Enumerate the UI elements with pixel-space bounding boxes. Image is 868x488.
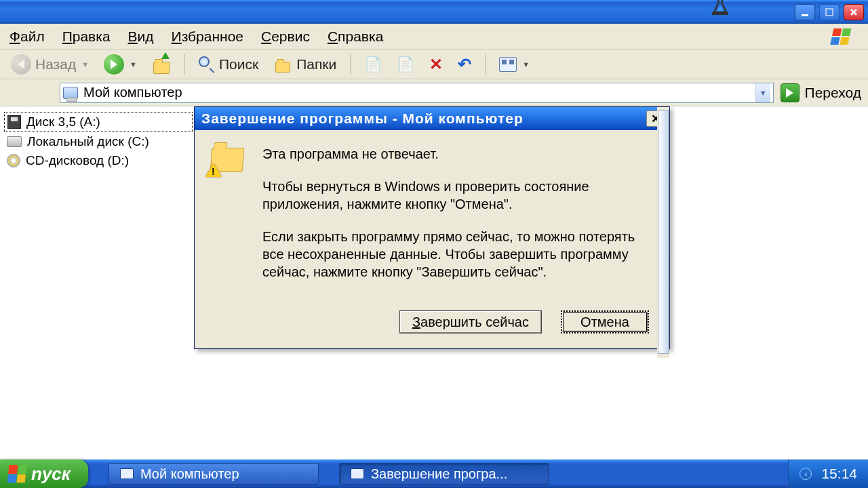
forward-button[interactable]: ▼ <box>100 53 141 76</box>
address-bar: Мой компьютер ▼ Переход <box>0 79 868 106</box>
start-label: пуск <box>31 464 71 485</box>
chevron-down-icon: ▼ <box>81 60 89 68</box>
folders-icon <box>273 56 292 73</box>
taskbar-item-label: Завершение програ... <box>371 466 507 482</box>
tree-item-local-disk[interactable]: Локальный диск (C:) <box>4 132 193 151</box>
taskbar-item-my-computer[interactable]: Мой компьютер <box>108 463 319 485</box>
folder-tree: Диск 3,5 (A:) Локальный диск (C:) CD-дис… <box>0 106 197 459</box>
floppy-icon <box>7 115 21 129</box>
toolbar: Назад ▼ ▼ Поиск Папки 📄 📄 ✕ ↶ ▼ <box>0 49 868 79</box>
menu-file[interactable]: Файл <box>9 28 45 45</box>
tree-item-label: CD-дисковод (D:) <box>26 151 129 170</box>
menu-edit[interactable]: Правка <box>62 28 111 45</box>
svg-rect-1 <box>712 12 728 15</box>
toolbar-separator <box>350 54 351 75</box>
chevron-down-icon: ▼ <box>522 60 530 68</box>
folders-label: Папки <box>296 56 336 73</box>
menu-tools[interactable]: Сервис <box>261 28 310 45</box>
dialog-warning-icon <box>211 145 246 296</box>
delete-button[interactable]: ✕ <box>425 53 447 76</box>
dialog-titlebar[interactable]: Завершение программы - Мой компьютер ✕ <box>195 107 669 130</box>
end-now-button[interactable]: Завершить сейчас <box>399 310 542 333</box>
window-icon <box>351 468 364 479</box>
window-maximize-button[interactable] <box>819 4 840 20</box>
copy-icon: 📄 <box>397 56 414 73</box>
views-icon <box>499 57 517 72</box>
system-tray: ‹ 15:14 <box>788 460 868 488</box>
tree-item-label: Диск 3,5 (A:) <box>26 113 100 131</box>
back-button[interactable]: Назад ▼ <box>7 53 93 76</box>
dialog-line-2: Чтобы вернуться в Windows и проверить со… <box>262 178 649 213</box>
search-label: Поиск <box>219 56 258 73</box>
tree-item-label: Локальный диск (C:) <box>27 132 149 151</box>
busy-cursor-icon <box>708 0 732 16</box>
windows-logo-icon <box>7 465 27 483</box>
tree-item-floppy[interactable]: Диск 3,5 (A:) <box>4 112 193 132</box>
dialog-line-1: Эта программа не отвечает. <box>262 145 649 163</box>
dialog-scrollbar[interactable] <box>657 107 669 358</box>
taskbar-item-label: Мой компьютер <box>140 466 239 482</box>
menu-bar: Файл Правка Вид Избранное Сервис Справка <box>0 24 868 49</box>
my-computer-icon <box>120 468 134 479</box>
address-dropdown-button[interactable]: ▼ <box>755 83 770 102</box>
dialog-line-3: Если закрыть программу прямо сейчас, то … <box>262 228 649 281</box>
move-to-button[interactable]: 📄 <box>360 53 386 76</box>
tree-item-cd-drive[interactable]: CD-дисковод (D:) <box>4 151 193 170</box>
taskbar: пуск Мой компьютер Завершение програ... … <box>0 460 868 488</box>
back-icon <box>11 54 31 75</box>
window-minimize-button[interactable] <box>795 4 815 20</box>
content-area: Диск 3,5 (A:) Локальный диск (C:) CD-дис… <box>0 106 868 459</box>
clock: 15:14 <box>821 466 857 482</box>
go-button[interactable]: Переход <box>781 83 861 102</box>
svg-rect-6 <box>832 28 842 36</box>
search-icon <box>199 56 215 73</box>
back-label: Назад <box>35 56 76 73</box>
up-button[interactable] <box>148 53 175 76</box>
move-icon: 📄 <box>364 56 382 73</box>
menu-favorites[interactable]: Избранное <box>172 28 243 45</box>
views-button[interactable]: ▼ <box>495 53 534 76</box>
svg-rect-9 <box>840 37 849 45</box>
disk-icon <box>7 136 22 147</box>
undo-icon: ↶ <box>458 55 471 74</box>
menu-help[interactable]: Справка <box>328 28 383 45</box>
undo-button[interactable]: ↶ <box>454 53 475 76</box>
taskbar-item-end-program[interactable]: Завершение програ... <box>339 463 549 485</box>
chevron-down-icon: ▼ <box>130 60 137 68</box>
folder-up-icon <box>152 55 171 74</box>
address-field[interactable]: Мой компьютер ▼ <box>60 83 774 103</box>
cancel-button[interactable]: Отмена <box>561 310 649 333</box>
address-value: Мой компьютер <box>83 85 182 100</box>
dialog-message: Эта программа не отвечает. Чтобы вернуть… <box>262 145 649 296</box>
tray-expand-button[interactable]: ‹ <box>800 468 812 480</box>
end-program-dialog: Завершение программы - Мой компьютер ✕ Э… <box>194 106 670 349</box>
svg-rect-7 <box>842 28 851 36</box>
folders-button[interactable]: Папки <box>269 53 340 76</box>
svg-rect-2 <box>802 14 808 16</box>
cd-icon <box>7 154 20 167</box>
windows-logo-icon <box>823 25 864 48</box>
menu-view[interactable]: Вид <box>128 28 154 45</box>
delete-icon: ✕ <box>429 55 443 74</box>
toolbar-separator <box>485 54 486 75</box>
svg-rect-3 <box>826 9 833 16</box>
go-icon <box>781 83 800 102</box>
copy-to-button[interactable]: 📄 <box>393 53 418 76</box>
chevron-down-icon: ▼ <box>760 89 767 97</box>
forward-icon <box>104 54 124 75</box>
my-computer-icon <box>63 87 78 99</box>
dialog-title-text: Завершение программы - Мой компьютер <box>201 110 524 127</box>
start-button[interactable]: пуск <box>0 460 88 488</box>
svg-rect-8 <box>830 37 840 45</box>
search-button[interactable]: Поиск <box>195 53 262 76</box>
window-titlebar <box>0 0 868 24</box>
toolbar-separator <box>184 54 185 75</box>
window-close-button[interactable] <box>844 4 864 20</box>
go-label: Переход <box>805 85 861 101</box>
